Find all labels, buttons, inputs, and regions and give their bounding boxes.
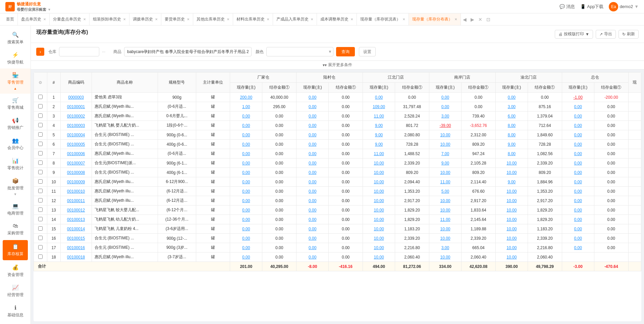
cell-f-stock[interactable]: 1.00 [230, 102, 262, 111]
cell-jb-stock[interactable]: 10.00 [363, 196, 395, 205]
print-button[interactable]: 🖨 按模版打印 ▼ [555, 30, 593, 39]
cell-na-stock[interactable]: 11.00 [429, 177, 461, 187]
cell-checkbox[interactable] [34, 243, 47, 252]
cell-checkbox[interactable] [34, 252, 47, 262]
cell-na-stock[interactable]: 0.00 [429, 93, 461, 102]
tab-stock-dist[interactable]: 现存量（库存分布表） ✕ [409, 13, 461, 26]
cell-code[interactable]: 00100008 [60, 168, 92, 177]
cell-l-stock[interactable]: 0.00 [297, 252, 329, 262]
cell-yb-stock[interactable]: 9.00 [495, 140, 528, 149]
warehouse-input[interactable] [59, 47, 99, 56]
cell-na-stock[interactable]: 10.00 [429, 205, 461, 215]
app-download-btn[interactable]: 📱 App下载 [580, 4, 603, 10]
cell-checkbox[interactable] [34, 111, 47, 121]
tab-sub-inventory[interactable]: 分量盘点单历史 ✕ [50, 13, 90, 26]
cell-yb-stock[interactable]: 8.00 [495, 130, 528, 140]
sidebar-item-mall[interactable]: 🛒 零售商城 [0, 94, 31, 114]
tab-stock-status[interactable]: 现存量（库存状况表） ✕ [357, 13, 409, 26]
tab-close-other-out[interactable]: ✕ [227, 17, 229, 21]
cell-code[interactable]: 00100010 [60, 187, 92, 196]
gear-icon[interactable]: ⚙ [39, 80, 42, 85]
tab-close-inventory-check[interactable]: ✕ [43, 17, 46, 21]
cell-t-stock[interactable]: 0.00 [562, 243, 594, 252]
cell-yb-stock[interactable]: 10.00 [495, 205, 528, 215]
tab-cost-adjust[interactable]: 成本调整单历史 ✕ [317, 13, 357, 26]
tab-close-order[interactable]: ✕ [187, 17, 190, 21]
cell-jb-stock[interactable]: 11.00 [363, 111, 395, 121]
cell-code[interactable]: 00100013 [60, 215, 92, 224]
cell-t-stock[interactable] [562, 252, 594, 262]
query-button[interactable]: 查询 [336, 47, 355, 56]
cell-yb-stock[interactable]: 10.00 [495, 243, 528, 252]
cell-t-stock[interactable]: 0.00 [562, 102, 594, 111]
sidebar-item-basic[interactable]: ℹ 基础信息 [0, 301, 31, 321]
cell-code[interactable]: 00100003 [60, 121, 92, 130]
cell-na-stock[interactable]: 7.00 [429, 149, 461, 158]
tab-close-material-out[interactable]: ✕ [267, 17, 269, 21]
cell-code[interactable]: 00100006 [60, 149, 92, 158]
cell-jb-stock[interactable]: 11.00 [363, 149, 395, 158]
cell-t-stock[interactable]: 0.00 [562, 196, 594, 205]
cell-jb-stock[interactable]: 0.00 [363, 93, 395, 102]
cell-l-stock[interactable]: 0.00 [297, 224, 329, 234]
cell-l-stock[interactable]: 0.00 [297, 158, 329, 168]
tab-close-stock-dist[interactable]: ✕ [454, 17, 457, 21]
sidebar-item-marketing[interactable]: 📢 营销推广 [0, 114, 31, 134]
cell-f-stock[interactable]: 0.00 [230, 234, 262, 243]
tab-close-sub-inventory[interactable]: ✕ [83, 17, 86, 21]
tab-order[interactable]: 要货单历史 ✕ [161, 13, 193, 26]
cell-na-stock[interactable]: 10.00 [429, 140, 461, 149]
cell-t-stock[interactable]: 0.00 [562, 130, 594, 140]
cell-checkbox[interactable] [34, 224, 47, 234]
refresh-button[interactable]: ↻ 刷新 [619, 30, 639, 39]
cell-jb-stock[interactable]: 10.00 [363, 187, 395, 196]
cell-t-stock[interactable]: 0.00 [562, 149, 594, 158]
cell-jb-stock[interactable]: 10.00 [363, 243, 395, 252]
cell-f-stock[interactable]: 0.00 [230, 224, 262, 234]
cell-l-stock[interactable]: 0.00 [297, 140, 329, 149]
cell-na-stock[interactable]: 3.00 [429, 111, 461, 121]
cell-code[interactable]: 00100014 [60, 224, 92, 234]
sidebar-item-ecom[interactable]: 💻 电商管理 [0, 199, 31, 220]
cell-na-stock[interactable]: 11.00 [429, 215, 461, 224]
tab-nav-close-all[interactable]: ✕ [476, 17, 484, 22]
tab-close-transfer[interactable]: ✕ [155, 17, 158, 21]
cell-f-stock[interactable]: 0.00 [230, 111, 262, 121]
table-container[interactable]: ⚙ # 商品编码 商品名称 规格型号 主计量单位 厂家仓 陆村仓 江北门店 南岸… [34, 72, 641, 321]
cell-l-stock[interactable]: 0.00 [297, 121, 329, 130]
cell-l-stock[interactable]: 0.00 [297, 205, 329, 215]
org-dropdown-icon[interactable]: ▼ [48, 8, 51, 11]
cell-yb-stock[interactable]: 10.00 [495, 252, 528, 262]
cell-code[interactable]: 0000003 [60, 93, 92, 102]
tab-inventory-check[interactable]: 盘点单历史 ✕ [18, 13, 50, 26]
cell-code[interactable]: 00100004 [60, 130, 92, 140]
cell-na-stock[interactable]: 3.00 [429, 243, 461, 252]
cell-checkbox[interactable] [34, 205, 47, 215]
cell-l-stock[interactable]: 0.00 [297, 93, 329, 102]
sidebar-item-purchase[interactable]: 🛍 采购管理 [0, 220, 31, 239]
tab-close-cost-adjust[interactable]: ✕ [351, 17, 353, 21]
cell-t-stock[interactable]: 0.00 [562, 215, 594, 224]
cell-checkbox[interactable] [34, 130, 47, 140]
cell-code[interactable]: 00100015 [60, 234, 92, 243]
cell-yb-stock[interactable]: 10.00 [495, 224, 528, 234]
collapse-button[interactable]: › [36, 48, 44, 56]
org-selector[interactable]: 母婴行业演示账套 [17, 7, 46, 12]
sidebar-item-search[interactable]: 🔍 搜索英单 [0, 28, 31, 48]
cell-code[interactable]: 00100016 [60, 243, 92, 252]
cell-f-stock[interactable]: 0.00 [230, 140, 262, 149]
tab-transfer[interactable]: 调拨单历史 ✕ [129, 13, 161, 26]
cell-l-stock[interactable]: 0.00 [297, 187, 329, 196]
cell-l-stock[interactable]: 0.00 [297, 177, 329, 187]
cell-na-stock[interactable]: 5.00 [429, 187, 461, 196]
cell-f-stock[interactable]: 0.00 [230, 177, 262, 187]
cell-code[interactable]: 00100007 [60, 158, 92, 168]
cell-yb-stock[interactable]: 0.00 [495, 93, 528, 102]
cell-code[interactable]: 00100011 [60, 196, 92, 205]
cell-jb-stock[interactable]: 10.00 [363, 205, 395, 215]
cell-f-stock[interactable]: 0.00 [230, 215, 262, 224]
cell-l-stock[interactable]: 0.00 [297, 243, 329, 252]
cell-yb-stock[interactable]: 9.00 [495, 177, 528, 187]
cell-code[interactable]: 00100018 [60, 252, 92, 262]
cell-checkbox[interactable] [34, 234, 47, 243]
